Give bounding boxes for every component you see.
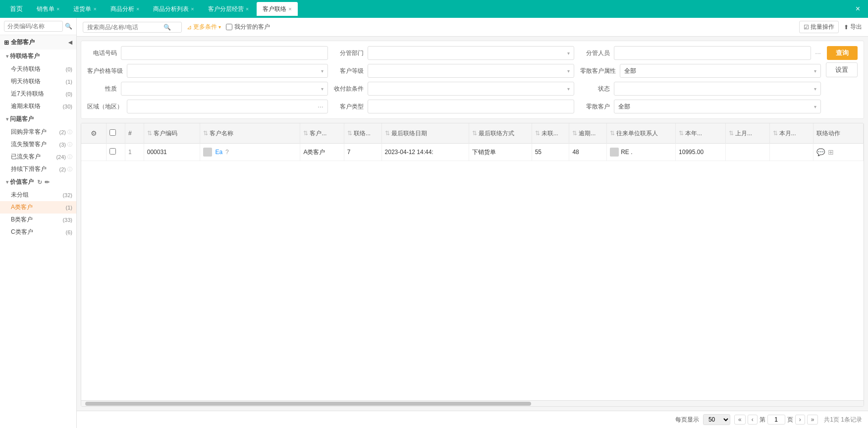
- my-customers-checkbox[interactable]: [226, 24, 232, 30]
- name-sort-icon: ⇅: [203, 130, 208, 137]
- dept-label: 分管部门: [334, 49, 364, 57]
- filter-search-icon[interactable]: 🔍: [163, 24, 171, 31]
- batch-operation-btn[interactable]: ☑ 批量操作: [799, 21, 839, 33]
- sidebar-item-declining[interactable]: 持续下滑客户 (2) ⓘ: [0, 163, 76, 175]
- sidebar-item-lost[interactable]: 已流失客户 (24) ⓘ: [0, 151, 76, 163]
- first-page-btn[interactable]: «: [734, 415, 746, 425]
- h-scrollbar-thumb[interactable]: [85, 402, 531, 406]
- customer-type-input[interactable]: [368, 100, 575, 113]
- b-class-label: B类客户: [11, 215, 33, 224]
- nav-tab-analysis[interactable]: 商品分析 ×: [105, 2, 145, 16]
- filter-icon: ⊿: [187, 24, 192, 31]
- payment-input[interactable]: ▾: [368, 82, 575, 96]
- code-header: ⇅ 客户编码: [144, 123, 200, 144]
- my-customers-label: 我分管的客户: [234, 23, 270, 31]
- close-analysis-list-tab[interactable]: ×: [191, 6, 194, 12]
- overdue-header: ⇅ 逾期...: [569, 123, 607, 144]
- problem-arrow: ▾: [6, 116, 8, 122]
- close-customer-seg-tab[interactable]: ×: [246, 6, 249, 12]
- gear-header: ⚙: [81, 123, 107, 144]
- nav-home[interactable]: 首页: [4, 2, 29, 15]
- select-all-checkbox[interactable]: [109, 129, 116, 136]
- horizontal-scroll-area[interactable]: [81, 400, 864, 406]
- sidebar-search-icon[interactable]: 🔍: [65, 23, 72, 30]
- all-customers-header[interactable]: ⊞ 全部客户 ◀: [0, 35, 76, 50]
- sidebar-item-ungrouped[interactable]: 未分组 (32): [0, 189, 76, 201]
- per-page-select[interactable]: 50 100 200: [703, 414, 730, 425]
- grid-action-icon[interactable]: ⊞: [828, 148, 834, 156]
- sidebar-item-c-class[interactable]: C类客户 (6): [0, 226, 76, 238]
- sidebar-item-abnormal-purchase[interactable]: 回购异常客户 (2) ⓘ: [0, 126, 76, 138]
- chat-action-icon[interactable]: 💬: [816, 148, 825, 156]
- sidebar-search-container: 🔍: [0, 18, 76, 35]
- person-input[interactable]: [614, 46, 811, 60]
- retail-attr-input[interactable]: 全部 ▾: [620, 64, 821, 78]
- sidebar-item-overdue[interactable]: 逾期未联络 (30): [0, 100, 76, 112]
- sidebar-item-b-class[interactable]: B类客户 (33): [0, 214, 76, 226]
- export-icon: ⬆: [844, 24, 849, 31]
- window-close-button[interactable]: ×: [852, 2, 864, 15]
- my-customers-filter[interactable]: 我分管的客户: [226, 23, 270, 31]
- row-actions: 💬 ⊞: [816, 148, 860, 156]
- more-conditions-btn[interactable]: ⊿ 更多条件 ▾: [187, 23, 221, 31]
- retail-customer-input[interactable]: 全部 ▾: [614, 100, 821, 113]
- value-customers-group[interactable]: ▾ 价值客户 ↻ ✏: [0, 175, 76, 189]
- payment-label: 收付款条件: [334, 85, 364, 93]
- nature-input[interactable]: ▾: [121, 82, 328, 96]
- value-customers-label: 价值客户: [10, 178, 34, 186]
- pending-contact-group[interactable]: ▾ 待联络客户: [0, 50, 76, 63]
- 7days-contact-badge: (0): [66, 91, 72, 97]
- setting-button[interactable]: 设置: [826, 62, 858, 77]
- close-purchase-tab[interactable]: ×: [93, 6, 96, 12]
- region-input[interactable]: ···: [127, 100, 328, 113]
- prev-page-btn[interactable]: ‹: [748, 415, 758, 425]
- row-checkbox[interactable]: [109, 148, 116, 155]
- person-dots-btn[interactable]: ···: [815, 49, 821, 57]
- next-page-btn[interactable]: ›: [795, 415, 805, 425]
- nav-tab-customer-contact[interactable]: 客户联络 ×: [257, 2, 297, 16]
- customer-grade-input[interactable]: ▾: [368, 64, 575, 78]
- edit-icon[interactable]: ✏: [45, 179, 50, 186]
- row-this-year: 10995.00: [679, 149, 704, 156]
- row-name-cell: Ea ?: [200, 144, 300, 161]
- last-page-btn[interactable]: »: [807, 415, 818, 425]
- gear-button[interactable]: ⚙: [89, 127, 99, 139]
- page-number-input[interactable]: [767, 415, 785, 425]
- sidebar-item-loss-warning[interactable]: 流失预警客户 (3) ⓘ: [0, 138, 76, 151]
- refresh-icon[interactable]: ↻: [37, 179, 42, 186]
- close-sales-tab[interactable]: ×: [56, 6, 59, 12]
- close-customer-contact-tab[interactable]: ×: [288, 6, 291, 12]
- retail-attr-label: 零散客户属性: [580, 67, 616, 75]
- price-grade-label: 客户价格等级: [87, 67, 123, 75]
- export-btn[interactable]: ⬆ 导出: [844, 23, 862, 31]
- last-date-sort-icon: ⇅: [385, 130, 390, 137]
- row-last-method[interactable]: 下销货单: [472, 149, 496, 156]
- filter-row-2: 客户价格等级 ▾ 客户等级 ▾ 零散客户属性: [87, 64, 821, 78]
- nav-tab-sales[interactable]: 销售单 ×: [31, 2, 65, 16]
- row-contact-count-cell: 7: [344, 144, 381, 161]
- sidebar-collapse-icon[interactable]: ◀: [68, 40, 72, 45]
- row-name[interactable]: Ea: [215, 149, 222, 156]
- problem-customers-group[interactable]: ▾ 问题客户: [0, 112, 76, 126]
- contact-sort-icon: ⇅: [347, 130, 352, 137]
- sidebar-item-a-class[interactable]: A类客户 (1): [0, 201, 76, 214]
- search-button[interactable]: 查询: [827, 46, 858, 60]
- price-grade-input[interactable]: ▾: [127, 64, 328, 78]
- status-input[interactable]: ▾: [614, 82, 821, 96]
- sidebar-search-input[interactable]: [4, 21, 63, 32]
- phone-input[interactable]: [121, 46, 328, 60]
- sidebar-item-7days[interactable]: 近7天待联络 (0): [0, 88, 76, 100]
- filter-search-input[interactable]: [87, 24, 162, 31]
- filter-row-1: 电话号码 分管部门 ▾ 分管人员 ···: [87, 46, 821, 60]
- close-analysis-tab[interactable]: ×: [136, 6, 139, 12]
- page-label2: 页: [787, 416, 793, 424]
- region-dots[interactable]: ···: [318, 103, 324, 110]
- nav-tab-customer-seg[interactable]: 客户分层经营 ×: [202, 2, 255, 16]
- sidebar-item-tomorrow[interactable]: 明天待联络 (1): [0, 75, 76, 88]
- this-year-header: ⇅ 本年...: [676, 123, 726, 144]
- sidebar-item-today[interactable]: 今天待联络 (0): [0, 63, 76, 75]
- nav-tab-purchase[interactable]: 进货单 ×: [67, 2, 102, 16]
- dept-input[interactable]: ▾: [368, 46, 575, 60]
- nav-tab-analysis-list[interactable]: 商品分析列表 ×: [147, 2, 200, 16]
- overdue-contact-label: 逾期未联络: [11, 102, 41, 110]
